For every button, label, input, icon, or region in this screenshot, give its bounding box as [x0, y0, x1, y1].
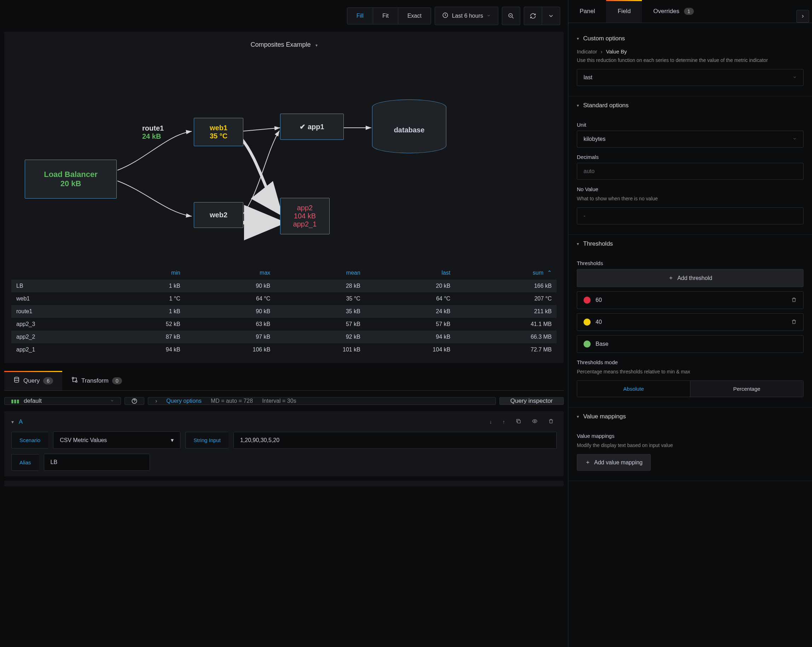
field-description: Use this reduction function on each seri… [577, 57, 803, 64]
scroll-right-button[interactable] [797, 10, 809, 23]
table-row[interactable]: LB1 kB90 kB28 kB20 kB166 kB [11, 280, 557, 292]
transform-count-badge: 0 [112, 377, 122, 384]
threshold-row[interactable]: Base [577, 335, 803, 353]
table-cell: LB [11, 280, 105, 292]
datasource-select[interactable]: ▮▮▮ default [4, 397, 121, 405]
right-panel-tabs: Panel Field Overrides 1 [568, 0, 812, 23]
table-row[interactable]: web11 °C64 °C35 °C64 °C207 °C [11, 292, 557, 305]
table-cell: 166 kB [455, 280, 557, 292]
node-database[interactable]: database [372, 99, 446, 160]
table-row[interactable]: app2_194 kB106 kB101 kB104 kB72.7 MB [11, 343, 557, 356]
mode-percentage-button[interactable]: Percentage [690, 381, 803, 397]
string-input-label: String Input [185, 432, 229, 448]
tab-transform[interactable]: Transform 0 [62, 371, 131, 390]
chevron-down-icon [792, 74, 797, 81]
add-threshold-button[interactable]: ＋ Add threshold [577, 269, 803, 287]
trash-icon[interactable] [791, 297, 797, 304]
tab-overrides[interactable]: Overrides 1 [642, 0, 705, 23]
chevron-down-icon[interactable]: ▾ [11, 419, 14, 425]
fit-button[interactable]: Fit [373, 8, 398, 24]
add-value-mapping-button[interactable]: ＋ Add value mapping [577, 454, 651, 471]
threshold-row[interactable]: 40 [577, 313, 803, 331]
tab-query[interactable]: Query 6 [4, 371, 62, 390]
decimals-input[interactable] [577, 163, 803, 180]
table-cell: 20 kB [365, 280, 455, 292]
threshold-row[interactable]: 60 [577, 291, 803, 309]
panel-title[interactable]: Composites Example ▾ [11, 39, 557, 54]
exact-button[interactable]: Exact [398, 8, 431, 24]
chevron-down-icon: ▾ [577, 242, 579, 246]
unit-select[interactable]: kilobytes [577, 131, 803, 148]
mode-absolute-button[interactable]: Absolute [577, 381, 690, 397]
refresh-button[interactable] [524, 7, 542, 25]
tab-field[interactable]: Field [606, 0, 642, 23]
table-row[interactable]: route11 kB90 kB35 kB24 kB211 kB [11, 305, 557, 318]
chevron-down-icon [792, 136, 797, 142]
delete-icon[interactable] [545, 417, 557, 427]
section-toggle[interactable]: ▾ Standard options [577, 99, 803, 115]
sort-asc-icon: ⌃ [546, 270, 552, 276]
table-header[interactable]: last [365, 266, 455, 280]
threshold-value[interactable]: Base [595, 341, 797, 347]
table-cell: 64 °C [365, 292, 455, 305]
query-row-a: ▾ A ↓ ↑ Scena [4, 411, 564, 476]
threshold-color-dot[interactable] [583, 297, 591, 304]
table-row[interactable]: app2_287 kB97 kB92 kB94 kB66.3 MB [11, 330, 557, 343]
time-range-picker[interactable]: Last 6 hours [435, 7, 498, 25]
query-inspector-button[interactable]: Query inspector [499, 397, 564, 405]
table-cell: 90 kB [185, 305, 276, 318]
unit-label: Unit [577, 122, 803, 128]
tab-panel[interactable]: Panel [568, 0, 606, 23]
decimals-label: Decimals [577, 154, 803, 160]
fill-button[interactable]: Fill [347, 8, 373, 24]
threshold-color-dot[interactable] [583, 341, 591, 347]
table-header[interactable] [11, 266, 105, 280]
table-cell: 87 kB [105, 330, 185, 343]
section-toggle[interactable]: ▾ Value mappings [577, 410, 803, 427]
novalue-input[interactable] [577, 207, 803, 225]
table-header[interactable]: max [185, 266, 276, 280]
query-row-collapsed[interactable] [4, 481, 564, 486]
zoom-out-button[interactable] [502, 7, 520, 25]
toggle-visibility-icon[interactable] [529, 417, 540, 427]
scenario-select[interactable]: CSV Metric Values ▾ [53, 431, 180, 449]
threshold-value[interactable]: 40 [595, 319, 786, 325]
section-standard-options: ▾ Standard options Unit kilobytes Decima… [568, 96, 812, 235]
section-toggle[interactable]: ▾ Custom options [577, 32, 803, 49]
node-web1[interactable]: web1 35 °C [194, 118, 243, 146]
diagram: route1 24 kB Load Balancer 20 kB web1 35… [11, 54, 557, 266]
table-cell: 63 kB [185, 318, 276, 330]
threshold-color-dot[interactable] [583, 318, 591, 326]
table-row[interactable]: app2_352 kB63 kB57 kB57 kB41.1 MB [11, 318, 557, 330]
check-icon: ✔ [299, 123, 305, 131]
time-range-label: Last 6 hours [452, 13, 483, 19]
section-toggle[interactable]: ▾ Thresholds [577, 237, 803, 254]
alias-field[interactable] [44, 454, 150, 471]
duplicate-icon[interactable] [513, 417, 524, 427]
query-options-bar[interactable]: › Query options MD = auto = 728 Interval… [148, 397, 496, 405]
trash-icon[interactable] [791, 319, 797, 326]
node-app1[interactable]: ✔ app1 [280, 114, 344, 140]
threshold-value[interactable]: 60 [595, 297, 786, 303]
move-up-icon[interactable]: ↑ [500, 418, 508, 426]
value-by-select[interactable]: last [577, 69, 803, 86]
route-label: route1 24 kB [142, 124, 164, 141]
overrides-count-badge: 1 [684, 8, 694, 15]
query-letter[interactable]: A [19, 418, 23, 425]
node-load-balancer[interactable]: Load Balancer 20 kB [25, 160, 117, 199]
node-web2[interactable]: web2 [194, 202, 243, 228]
chevron-down-icon: ▾ [316, 43, 317, 48]
chevron-right-icon: › [155, 398, 157, 404]
bars-icon: ▮▮▮ [11, 398, 20, 404]
node-app2[interactable]: app2 104 kB app2_1 [280, 198, 330, 234]
datasource-help-button[interactable] [125, 397, 144, 405]
table-cell: app2_3 [11, 318, 105, 330]
table-header[interactable]: min [105, 266, 185, 280]
move-down-icon[interactable]: ↓ [487, 418, 495, 426]
table-cell: 92 kB [275, 330, 365, 343]
string-input-field[interactable] [234, 432, 557, 449]
table-header[interactable]: sum ⌃ [455, 266, 557, 280]
table-cell: 57 kB [275, 318, 365, 330]
table-header[interactable]: mean [275, 266, 365, 280]
refresh-interval-button[interactable] [542, 7, 560, 25]
